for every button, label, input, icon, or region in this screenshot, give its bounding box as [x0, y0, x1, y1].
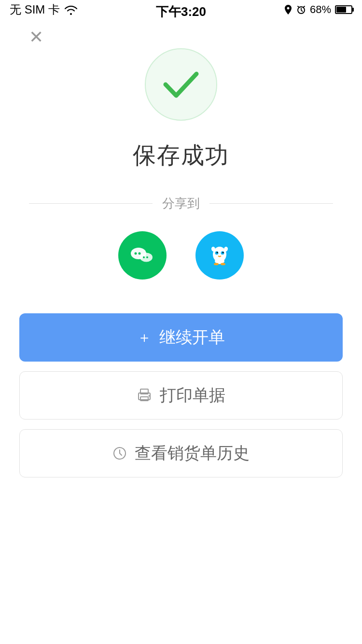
- location-icon: [284, 4, 292, 15]
- print-button[interactable]: 打印单据: [19, 371, 343, 420]
- share-icons-container: [118, 231, 244, 280]
- svg-point-15: [221, 263, 225, 266]
- action-buttons: ＋ 继续开单 打印单据 查看销货单历史: [0, 313, 362, 477]
- time-display: 下午3:20: [156, 3, 206, 20]
- main-content: 保存成功 分享到: [0, 19, 362, 477]
- continue-label: 继续开单: [159, 326, 225, 349]
- qq-share-button[interactable]: [195, 231, 244, 280]
- print-icon: [137, 388, 152, 403]
- history-button[interactable]: 查看销货单历史: [19, 429, 343, 477]
- close-button[interactable]: ✕: [24, 25, 48, 49]
- history-icon: [112, 446, 127, 461]
- share-divider: 分享到: [0, 195, 362, 212]
- share-label: 分享到: [153, 195, 209, 212]
- divider-right: [209, 203, 333, 204]
- status-bar: 无 SIM 卡 下午3:20 68%: [0, 0, 362, 19]
- continue-button[interactable]: ＋ 继续开单: [19, 313, 343, 362]
- status-right: 68%: [284, 3, 352, 16]
- print-label: 打印单据: [160, 384, 225, 406]
- svg-point-3: [135, 252, 137, 255]
- svg-point-6: [143, 256, 145, 258]
- svg-point-0: [287, 7, 289, 10]
- checkmark-icon: [162, 69, 200, 100]
- divider-left: [29, 203, 153, 204]
- close-icon: ✕: [29, 28, 43, 46]
- svg-point-7: [146, 256, 148, 258]
- wechat-logo: [128, 241, 157, 270]
- carrier-text: 无 SIM 卡: [10, 2, 60, 17]
- alarm-icon: [296, 4, 306, 15]
- success-title: 保存成功: [133, 140, 229, 171]
- success-circle: [145, 48, 217, 121]
- plus-icon: ＋: [137, 328, 152, 348]
- wifi-icon: [64, 4, 78, 15]
- svg-point-12: [223, 252, 224, 253]
- qq-logo: [205, 241, 234, 270]
- svg-point-4: [139, 252, 141, 255]
- svg-point-21: [149, 395, 150, 397]
- battery-icon: [335, 5, 352, 14]
- battery-text: 68%: [310, 3, 331, 16]
- svg-point-11: [217, 252, 218, 253]
- wechat-share-button[interactable]: [118, 231, 167, 280]
- status-left: 无 SIM 卡: [10, 2, 78, 17]
- history-label: 查看销货单历史: [135, 442, 250, 464]
- svg-point-14: [214, 263, 219, 266]
